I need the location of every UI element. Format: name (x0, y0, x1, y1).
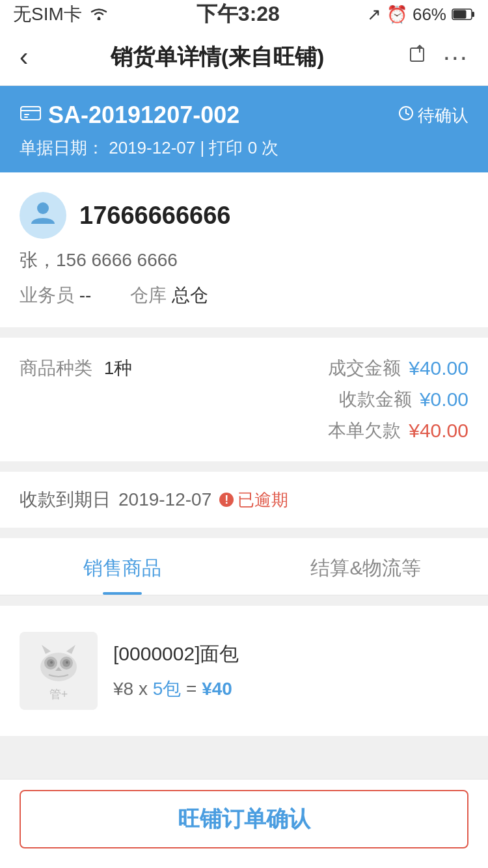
bottom-bar: 旺铺订单确认 (0, 779, 488, 868)
price-qty: 5包 (153, 679, 182, 699)
product-info: [0000002]面包 ¥8 x 5包 = ¥40 (113, 641, 468, 701)
customer-phone: 17666666666 (79, 202, 230, 230)
salesman-label: 业务员 (20, 285, 74, 305)
avatar (20, 192, 66, 239)
warehouse-field: 仓库 总仓 (130, 283, 208, 308)
svg-marker-10 (66, 645, 75, 654)
svg-marker-9 (42, 645, 51, 654)
tab-settlement-logistics[interactable]: 结算&物流等 (244, 538, 488, 595)
back-button[interactable]: ‹ (20, 42, 28, 72)
customer-section: 17666666666 张，156 6666 6666 业务员 -- 仓库 总仓 (0, 172, 488, 327)
transaction-label: 成交金额 (328, 356, 401, 381)
salesman-value: -- (79, 285, 92, 305)
transaction-value: ¥40.00 (409, 357, 468, 379)
price-total: ¥40 (202, 679, 232, 699)
status-left: 无SIM卡 (13, 2, 109, 27)
debt-label: 本单欠款 (328, 418, 401, 443)
product-kind-label: 商品种类 (20, 358, 92, 378)
svg-rect-2 (472, 12, 474, 17)
collected-value: ¥0.00 (420, 388, 468, 411)
product-price: ¥8 x 5包 = ¥40 (113, 677, 468, 701)
svg-point-0 (97, 18, 100, 21)
warehouse-value: 总仓 (172, 285, 208, 305)
summary-right: 成交金额 ¥40.00 收款金额 ¥0.00 本单欠款 ¥40.00 (328, 356, 468, 443)
product-kind-value: 1种 (104, 358, 133, 378)
price-separator: = (186, 679, 202, 699)
overdue-text: 已逾期 (237, 489, 288, 511)
time-display: 下午3:28 (197, 0, 280, 29)
nav-bar: ‹ 销货单详情(来自旺铺) ··· (0, 29, 488, 86)
customer-name: 张，156 6666 6666 (20, 248, 468, 273)
overdue-badge: ! 已逾期 (219, 489, 288, 511)
confirm-order-button[interactable]: 旺铺订单确认 (20, 790, 468, 848)
transaction-row: 成交金额 ¥40.00 (328, 356, 468, 381)
sim-label: 无SIM卡 (13, 2, 82, 27)
person-icon (29, 198, 57, 233)
debt-row: 本单欠款 ¥40.00 (328, 418, 468, 443)
battery-icon (452, 5, 475, 25)
warehouse-label: 仓库 (130, 285, 167, 305)
debt-value: ¥40.00 (409, 420, 468, 442)
order-status: 待确认 (398, 104, 468, 127)
nav-actions: ··· (407, 42, 468, 72)
salesman-field: 业务员 -- (20, 283, 91, 308)
navigation-icon: ↗ (367, 5, 381, 25)
due-section: 收款到期日 2019-12-07 ! 已逾期 (0, 472, 488, 528)
order-header: SA-20191207-002 待确认 单据日期： 2019-12-07 | 打… (0, 86, 488, 172)
share-icon[interactable] (407, 44, 427, 70)
svg-point-15 (50, 661, 53, 664)
product-item: 管+ [0000002]面包 ¥8 x 5包 = ¥40 (20, 619, 468, 723)
price-text: ¥8 x (113, 679, 153, 699)
customer-meta: 业务员 -- 仓库 总仓 (20, 283, 468, 308)
summary-section: 商品种类 1种 成交金额 ¥40.00 收款金额 ¥0.00 本单欠款 ¥40.… (0, 338, 488, 461)
product-section: 管+ [0000002]面包 ¥8 x 5包 = ¥40 (0, 606, 488, 736)
clock-icon (398, 105, 414, 126)
tab-sales-products[interactable]: 销售商品 (0, 538, 244, 595)
svg-point-7 (37, 202, 49, 214)
status-text: 待确认 (418, 104, 468, 127)
product-brand-label: 管+ (49, 686, 68, 702)
svg-rect-4 (411, 48, 424, 61)
product-name: [0000002]面包 (113, 641, 468, 668)
order-icon (20, 104, 42, 127)
svg-point-16 (66, 661, 68, 664)
battery-level: 66% (413, 5, 446, 25)
svg-rect-3 (454, 10, 467, 18)
status-bar: 无SIM卡 下午3:28 ↗ ⏰ 66% (0, 0, 488, 29)
wifi-icon (88, 4, 109, 25)
order-date-line: 单据日期： 2019-12-07 | 打印 0 次 (20, 137, 468, 159)
product-kind-field: 商品种类 1种 (20, 356, 132, 381)
collected-label: 收款金额 (339, 387, 412, 412)
tabs-bar: 销售商品 结算&物流等 (0, 538, 488, 595)
overdue-icon: ! (219, 493, 234, 507)
product-thumbnail: 管+ (20, 632, 98, 710)
status-right: ↗ ⏰ 66% (367, 5, 475, 25)
svg-rect-5 (21, 107, 40, 120)
collected-row: 收款金额 ¥0.00 (339, 387, 468, 412)
summary-left: 商品种类 1种 (20, 356, 132, 381)
more-icon[interactable]: ··· (443, 42, 468, 72)
due-date-value: 2019-12-07 (118, 489, 211, 510)
alarm-icon: ⏰ (386, 5, 407, 25)
page-title: 销货单详情(来自旺铺) (111, 42, 325, 72)
due-date-label: 收款到期日 (20, 487, 111, 512)
order-number: SA-20191207-002 (48, 102, 239, 129)
